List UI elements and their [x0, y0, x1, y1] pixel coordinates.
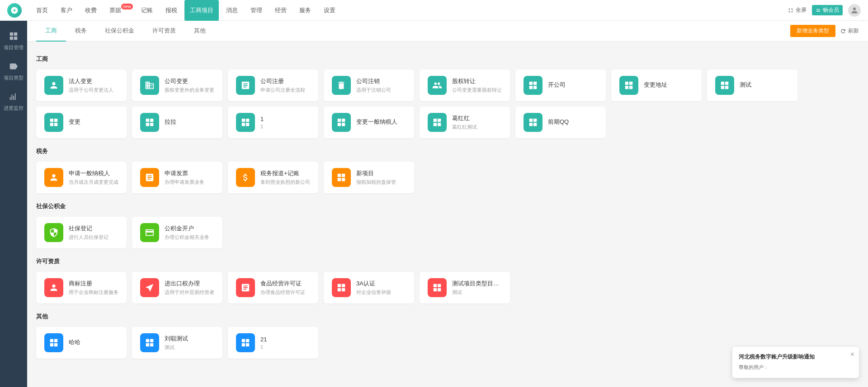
nav-item-service[interactable]: 服务	[294, 0, 316, 21]
notification-popup: × 河北税务数字账户升级影响通知 尊敬的用户：	[732, 347, 859, 378]
nav-item-message[interactable]: 消息	[221, 0, 243, 21]
card-icon-shangbiao-zc	[44, 278, 63, 297]
card-haha[interactable]: 哈哈	[36, 327, 127, 359]
card-21[interactable]: 21 1	[228, 327, 318, 359]
tab-shuiwu[interactable]: 税务	[66, 21, 96, 42]
card-shenqing-yiban[interactable]: 申请一般纳税人 当月或次月成变更完成	[36, 162, 127, 193]
card-info-biangengdizhi: 变更地址	[644, 81, 693, 90]
shebao-cards: 社保登记 进行人员社保登记 公积金开户 办理公积金相关业务	[36, 217, 859, 248]
tab-xuke[interactable]: 许可资质	[143, 21, 185, 42]
card-ceshi-xiangmu[interactable]: 测试项目类型目定义 测试	[420, 272, 510, 303]
card-icon-kaigongsi	[524, 76, 542, 95]
sidebar-item-project-manage[interactable]: 项目管理	[0, 25, 27, 56]
card-icon-gqzr	[428, 76, 447, 95]
chart-icon	[7, 90, 20, 103]
nav-item-customer[interactable]: 客户	[55, 0, 78, 21]
notification-close-btn[interactable]: ×	[850, 350, 854, 359]
card-info-qianqi-qq: 前期QQ	[548, 118, 598, 127]
card-icon-shenqing-fapiao	[140, 168, 159, 187]
card-icon-shebao-dengji	[44, 223, 63, 242]
fullscreen-btn[interactable]: 全屏	[788, 6, 807, 14]
card-jinchukouquan[interactable]: 进出口权办理 适用于对外贸易经营者	[132, 272, 222, 303]
user-avatar[interactable]	[848, 4, 861, 17]
card-info-shenqing-fapiao: 申请发票 办理申请发票业务	[165, 169, 214, 186]
gongshang-cards: 法人变更 适用于公司变更法人 公司变更 股权变更外的业务变更	[36, 70, 859, 138]
shuiwu-cards: 申请一般纳税人 当月或次月成变更完成 申请发票 办理申请发票业务	[36, 162, 859, 193]
qita-title: 其他	[36, 312, 859, 321]
card-icon-haha	[44, 333, 63, 352]
tab-shebao[interactable]: 社保公积金	[96, 21, 143, 42]
card-info-jinchukouquan: 进出口权办理 适用于对外贸易经营者	[165, 280, 214, 296]
card-gongsibg[interactable]: 公司变更 股权变更外的业务变更	[132, 70, 222, 101]
tabs-actions: 新增业务类型 刷新	[790, 25, 859, 37]
card-icon-gongsibg	[140, 76, 159, 95]
card-gehonghong[interactable]: 葛红红 葛红红测试	[420, 107, 510, 138]
card-shipin-xkz[interactable]: 食品经营许可证 办理食品经营许可证	[228, 272, 318, 303]
nav-menu: 首页 客户 收费 票据 new 记账 报税 工商项目 消息 管理 经营 服务 设…	[31, 0, 788, 21]
nav-item-accounting[interactable]: 记账	[136, 0, 158, 21]
card-icon-one	[236, 113, 255, 132]
card-gongsizc[interactable]: 公司注册 申请公司注册全流程	[228, 70, 318, 101]
card-shuiwu-baodao[interactable]: 税务报道+记账 拿到营业执照的新公司	[228, 162, 318, 193]
card-biangengdizhi[interactable]: 变更地址	[611, 70, 702, 101]
nav-item-business[interactable]: 工商项目	[184, 0, 219, 21]
card-ceshi[interactable]: 测试	[707, 70, 797, 101]
nav-item-tax[interactable]: 报税	[160, 0, 183, 21]
new-business-btn[interactable]: 新增业务类型	[790, 25, 835, 37]
card-one[interactable]: 1 1	[228, 107, 318, 138]
card-icon-ceshi	[715, 76, 734, 95]
card-gongsizx[interactable]: 公司注销 适用于注销公司	[324, 70, 414, 101]
card-lala[interactable]: 拉拉	[132, 107, 222, 138]
tab-qita[interactable]: 其他	[185, 21, 215, 42]
card-info-haha: 哈哈	[69, 338, 118, 348]
card-fagenbgeng[interactable]: 法人变更 适用于公司变更法人	[36, 70, 127, 101]
card-info-gongsibg: 公司变更 股权变更外的业务变更	[165, 77, 214, 93]
refresh-btn[interactable]: 刷新	[840, 27, 859, 35]
nav-item-home[interactable]: 首页	[31, 0, 53, 21]
card-liucong-ceshi[interactable]: 刘聪测试 测试	[132, 327, 222, 359]
card-icon-21	[236, 333, 255, 352]
card-biangeng[interactable]: 变更	[36, 107, 127, 138]
card-icon-qianqi-qq	[524, 113, 542, 132]
main-content: 工商 税务 社保公积金 许可资质 其他 新增业务类型 刷新 工商	[27, 21, 868, 387]
card-gongjijin-kaihu[interactable]: 公积金开户 办理公积金相关业务	[132, 217, 222, 248]
card-info-gongsizx: 公司注销 适用于注销公司	[356, 77, 406, 93]
card-icon-farenbiangeng	[44, 76, 63, 95]
card-shangbiao-zc[interactable]: 商标注册 用于企业商标注册服务	[36, 272, 127, 303]
card-icon-gongsizc	[236, 76, 255, 95]
card-icon-shuiwu-baodao	[236, 168, 255, 187]
card-info-shipin-xkz: 食品经营许可证 办理食品经营许可证	[260, 280, 310, 296]
sidebar-item-project-type[interactable]: 项目类型	[0, 56, 27, 86]
xuke-title: 许可资质	[36, 257, 859, 266]
card-icon-biangeng	[44, 113, 63, 132]
card-qianqi-qq[interactable]: 前期QQ	[515, 107, 606, 138]
card-gqzr[interactable]: 股权转让 公司变更需要股权转让	[420, 70, 510, 101]
card-icon-gongsizx	[332, 76, 351, 95]
nav-item-operation[interactable]: 经营	[269, 0, 292, 21]
card-xin-xiangmu[interactable]: 新项目 报税加税控盘保管	[324, 162, 414, 193]
card-icon-gongjijin-kaihu	[140, 223, 159, 242]
vip-btn[interactable]: 畅会员	[812, 5, 843, 15]
card-shebao-dengji[interactable]: 社保登记 进行人员社保登记	[36, 217, 127, 248]
card-info-gongsizc: 公司注册 申请公司注册全流程	[260, 77, 310, 93]
card-info-gqzr: 股权转让 公司变更需要股权转让	[452, 77, 502, 93]
card-biangeng-yiban[interactable]: 变更一般纳税人	[324, 107, 414, 138]
card-3a-rz[interactable]: 3A认证 对企业信誉评级	[324, 272, 414, 303]
nav-item-payment[interactable]: 收费	[80, 0, 102, 21]
card-icon-xin-xiangmu	[332, 168, 351, 187]
card-icon-shipin-xkz	[236, 278, 255, 297]
nav-item-settings[interactable]: 设置	[318, 0, 341, 21]
gongshang-section: 工商 法人变更 适用于公司变更法人	[36, 55, 859, 138]
nav-item-manage[interactable]: 管理	[245, 0, 268, 21]
sidebar: 项目管理 项目类型 进度监控	[0, 21, 27, 387]
top-nav: 首页 客户 收费 票据 new 记账 报税 工商项目 消息 管理 经营 服务 设…	[0, 0, 868, 21]
card-kaigongsi[interactable]: 开公司	[515, 70, 606, 101]
tab-gongshang[interactable]: 工商	[36, 21, 66, 42]
card-icon-biangeng-yiban	[332, 113, 351, 132]
card-icon-ceshi-xiangmu	[428, 278, 447, 297]
shebao-title: 社保公积金	[36, 202, 859, 210]
card-shenqing-fapiao[interactable]: 申请发票 办理申请发票业务	[132, 162, 222, 193]
card-info-xin-xiangmu: 新项目 报税加税控盘保管	[356, 169, 406, 186]
sidebar-item-progress-monitor[interactable]: 进度监控	[0, 86, 27, 116]
nav-item-ticket[interactable]: 票据 new	[104, 0, 134, 21]
